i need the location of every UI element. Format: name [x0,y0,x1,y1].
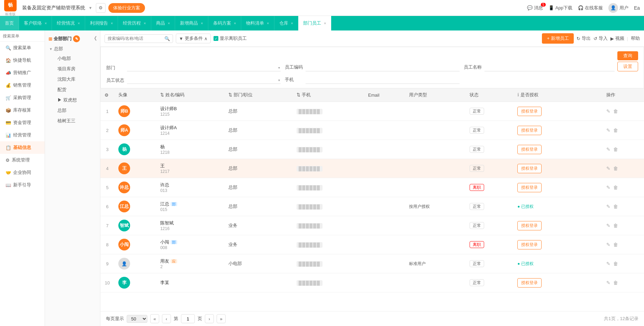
dept-tree-item-zhishu[interactable]: 植树王三 [52,116,100,126]
auth-login-button[interactable]: 授权登录 [517,278,542,288]
sidebar-item-sales[interactable]: 💰 销售管理 [0,79,45,91]
sidebar-item-sysmanage[interactable]: ⚙ 系统管理 [0,154,45,166]
dept-edit-icon[interactable]: ✎ [73,35,80,42]
import-button[interactable]: ↺ 导入 [593,35,608,42]
delete-icon[interactable]: 🗑 [613,204,618,209]
sidebar-item-guide[interactable]: 📖 新手引导 [0,179,45,191]
delete-icon[interactable]: 🗑 [613,223,618,228]
edit-icon[interactable]: ✎ [606,147,610,152]
close-icon[interactable]: × [111,21,113,25]
user-item[interactable]: 👤 用户 [608,3,628,13]
gear-button[interactable]: ⚙ [96,3,106,13]
tab-goods[interactable]: 商品 × [151,16,175,30]
prev-page-button[interactable]: ‹ [162,314,171,323]
close-icon[interactable]: × [144,21,146,25]
close-icon[interactable]: × [201,21,203,25]
dept-tree-item-shuanghu[interactable]: ▶ 双虎想 [52,95,100,105]
filter-dept-select[interactable]: ▾ [127,64,281,71]
auth-login-button[interactable]: 授权登录 [517,240,542,249]
dept-tree-item-peihuo[interactable]: 配货 [52,85,100,95]
tab-operation[interactable]: 经营情况 × [52,16,85,30]
show-resigned-toggle[interactable]: ✓ 显示离职员工 [214,35,247,42]
sidebar-item-bizmanage[interactable]: 📊 经营管理 [0,129,45,141]
dept-tree-item-shenyang[interactable]: 沈阳大库 [52,74,100,85]
col-phone[interactable]: ⇅ 手机 [292,88,364,102]
col-name-code[interactable]: ⇅ 姓名/编码 [156,88,224,102]
close-icon[interactable]: × [291,21,293,25]
page-number-input[interactable] [181,314,195,323]
sidebar-item-quick-nav[interactable]: 🏠 快捷导航 [0,54,45,67]
trial-button[interactable]: 体验行业方案 [108,3,145,13]
video-button[interactable]: ▶ 视频 [610,35,624,42]
edit-icon[interactable]: ✎ [606,242,610,247]
sidebar-item-purchase[interactable]: 🛒 采购管理 [0,91,45,104]
online-service-item[interactable]: 🎧 在线客服 [578,5,603,11]
sidebar-item-inventory[interactable]: 📦 库存核算 [0,104,45,116]
sidebar-item-marketing[interactable]: 📣 营销推广 [0,67,45,79]
sidebar-search-input[interactable] [3,34,45,38]
search-button[interactable]: 查询 [617,51,638,60]
delete-icon[interactable]: 🗑 [613,185,618,190]
last-page-button[interactable]: » [217,314,226,323]
close-icon[interactable]: × [234,21,236,25]
sidebar-item-collab[interactable]: 🤝 企业协同 [0,166,45,179]
close-icon[interactable]: × [45,21,47,25]
dept-tree-item-project[interactable]: 项目库房 [52,64,100,74]
edit-icon[interactable]: ✎ [606,204,610,209]
tab-bom[interactable]: 物料清单 × [241,16,274,30]
show-resigned-checkbox[interactable]: ✓ [214,36,218,41]
delete-icon[interactable]: 🗑 [613,108,618,114]
tab-dept-employee[interactable]: 部门员工 × [298,16,331,30]
sidebar-item-finance[interactable]: 💳 资金管理 [0,116,45,129]
close-icon[interactable]: × [78,21,80,25]
sidebar-item-search[interactable]: 🔍 搜索菜单 [0,42,45,54]
filter-empstatus-select[interactable]: ▾ [127,77,281,84]
delete-icon[interactable]: 🗑 [613,242,618,247]
tab-profit[interactable]: 利润报告 × [85,16,118,30]
edit-icon[interactable]: ✎ [606,108,610,114]
auth-login-button[interactable]: 授权登录 [517,145,542,154]
sidebar-item-basic-info[interactable]: 📋 基础信息 [0,141,45,154]
messages-item[interactable]: 💬 消息 5 [527,5,543,11]
set-button[interactable]: 设置 [617,62,638,71]
first-page-button[interactable]: « [150,314,159,323]
filter-empname-input[interactable] [484,63,615,71]
help-button[interactable]: 帮助 [631,35,640,42]
export-button[interactable]: ↻ 导出 [577,35,591,42]
auth-login-button[interactable]: 授权登录 [517,107,542,116]
edit-icon[interactable]: ✎ [606,280,610,285]
dept-tree-item-zongbu[interactable]: 总部 [52,105,100,116]
close-icon[interactable]: × [267,21,269,25]
delete-icon[interactable]: 🗑 [613,147,618,152]
edit-icon[interactable]: ✎ [606,127,610,133]
dept-tree-item-xiaodian[interactable]: 小电部 [52,53,100,64]
edit-icon[interactable]: ✎ [606,261,610,266]
delete-icon[interactable]: 🗑 [613,166,618,171]
col-dept-pos[interactable]: ⇅ 部门/职位 [224,88,292,102]
edit-icon[interactable]: ✎ [606,166,610,171]
tab-barcode[interactable]: 条码方案 × [208,16,241,30]
filter-phone-input[interactable] [306,76,459,84]
add-employee-button[interactable]: + 新增员工 [542,33,573,44]
page-size-select[interactable]: 50 100 200 [127,315,147,323]
filter-empcode-input[interactable] [306,63,459,71]
edit-icon[interactable]: ✎ [606,223,610,228]
dept-tree-root[interactable]: ▼ 总部 [45,44,100,53]
auth-login-button[interactable]: 授权登录 [517,126,542,135]
edit-icon[interactable]: ✎ [606,185,610,190]
app-download-item[interactable]: 📱 App下载 [548,5,572,11]
tab-add-goods[interactable]: 新增商品 × [175,16,208,30]
auth-login-button[interactable]: 授权登录 [517,221,542,230]
search-input[interactable] [108,36,163,41]
auth-login-button[interactable]: 授权登录 [517,183,542,192]
tab-home[interactable]: 首页 [0,16,19,30]
close-icon[interactable]: × [324,21,326,25]
ea-item[interactable]: Ea [634,5,640,11]
next-page-button[interactable]: › [205,314,214,323]
auth-login-button[interactable]: 授权登录 [517,164,542,173]
delete-icon[interactable]: 🗑 [613,127,618,133]
close-icon[interactable]: × [168,21,170,25]
more-filter-button[interactable]: ▼ 更多条件 ∧ [176,34,211,43]
tab-warehouse[interactable]: 仓库 × [274,16,298,30]
col-settings[interactable]: ⚙ [100,88,114,102]
